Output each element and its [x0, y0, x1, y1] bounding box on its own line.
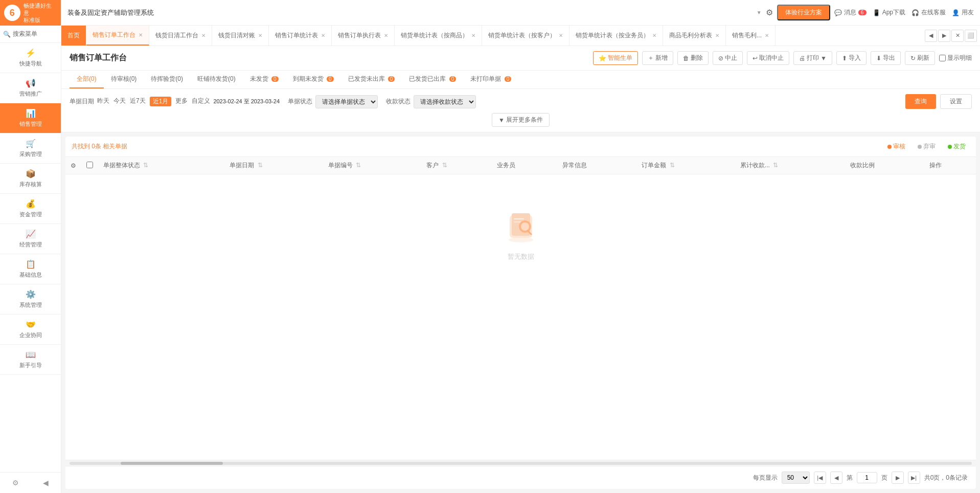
smart-create-button[interactable]: ⭐ 智能生单 — [593, 51, 638, 65]
sub-tab-pending-audit[interactable]: 待审核(0) — [104, 71, 144, 88]
sidebar-item-guide[interactable]: 📖 新手引导 — [0, 345, 61, 375]
delete-button[interactable]: 🗑 删除 — [677, 51, 709, 65]
tab-goods-stats-product[interactable]: 销货单统计表（按商品） ✕ — [395, 26, 482, 46]
sidebar-item-operations[interactable]: 📈 经营管理 — [0, 224, 61, 254]
tab-close-sales-margin[interactable]: ✕ — [765, 33, 769, 38]
export-button[interactable]: ⬇ 导出 — [871, 51, 901, 65]
export-icon: ⬇ — [876, 55, 881, 62]
sub-tab-shipped-out[interactable]: 已发货已出库 0 — [402, 71, 463, 88]
sidebar-item-marketing[interactable]: 📢 营销推广 — [0, 73, 61, 103]
sidebar-item-enterprise[interactable]: 🤝 企业协同 — [0, 315, 61, 345]
add-button[interactable]: ＋ 新增 — [642, 51, 673, 65]
tab-close-order-exec[interactable]: ✕ — [384, 33, 388, 38]
cancel-suspend-button[interactable]: ↩ 取消中止 — [747, 51, 789, 65]
message-button[interactable]: 💬 消息 6 — [834, 8, 867, 17]
tab-next-button[interactable]: ▶ — [938, 30, 950, 42]
next-page-button[interactable]: ▶ — [892, 472, 904, 484]
tab-margin-analysis[interactable]: 商品毛利分析表 ✕ — [663, 26, 726, 46]
tab-close-daily-clear[interactable]: ✕ — [201, 33, 206, 38]
sidebar-search[interactable]: 🔍 搜索菜单 — [0, 26, 61, 43]
sort-icon-doc-status[interactable]: ⇅ — [143, 162, 148, 169]
collapse-icon[interactable]: ◀ — [41, 477, 51, 489]
prev-page-button[interactable]: ◀ — [830, 472, 842, 484]
date-7days[interactable]: 近7天 — [130, 97, 146, 106]
scrollbar-thumb[interactable] — [121, 462, 223, 465]
show-detail-check[interactable] — [939, 55, 946, 61]
date-more[interactable]: 更多 — [175, 97, 188, 106]
table-scroll[interactable]: ⚙ 单据整体状态 ⇅ 单据日期 ⇅ — [65, 157, 976, 460]
last-page-button[interactable]: ▶| — [908, 472, 920, 484]
suspend-button[interactable]: ⊘ 中止 — [713, 51, 743, 65]
sort-icon-number[interactable]: ⇅ — [356, 162, 361, 169]
sidebar-item-basic-info[interactable]: 📋 基础信息 — [0, 254, 61, 284]
expand-filter-button[interactable]: ▼ 展开更多条件 — [492, 113, 550, 127]
sort-icon-payment[interactable]: ⇅ — [773, 162, 778, 169]
sub-tab-all[interactable]: 全部(0) — [70, 71, 104, 88]
tab-close-goods-stats-customer[interactable]: ✕ — [559, 33, 563, 38]
query-button[interactable]: 查询 — [905, 94, 936, 109]
sort-icon-customer[interactable]: ⇅ — [442, 162, 447, 169]
tab-daily-clear[interactable]: 钱货日清工作台 ✕ — [149, 26, 212, 46]
title-dropdown-icon[interactable]: ▼ — [757, 10, 762, 15]
tab-goods-stats-customer[interactable]: 销货单统计表（按客户） ✕ — [482, 26, 569, 46]
tab-close-all-button[interactable]: ✕ — [951, 30, 964, 42]
sidebar-item-inventory[interactable]: 📦 库存核算 — [0, 164, 61, 194]
sub-tab-overdue-unshipped[interactable]: 到期未发货 0 — [286, 71, 341, 88]
filter-row-2: ▼ 展开更多条件 — [70, 113, 972, 127]
tab-reconcile[interactable]: 钱货日清对账 ✕ — [212, 26, 269, 46]
sub-tab-unshipped[interactable]: 未发货 0 — [243, 71, 286, 88]
col-accumulated-payment: 累计收款... ⇅ — [735, 157, 845, 174]
date-today[interactable]: 今天 — [113, 97, 126, 106]
tab-sales-margin[interactable]: 销售毛利... ✕ — [726, 26, 776, 46]
tab-close-margin-analysis[interactable]: ✕ — [715, 33, 719, 38]
page-input[interactable] — [857, 472, 877, 483]
sort-icon-date[interactable]: ⇅ — [258, 162, 263, 169]
refresh-button[interactable]: ↻ 刷新 — [905, 51, 935, 65]
sort-icon-amount[interactable]: ⇅ — [670, 162, 675, 169]
date-custom[interactable]: 自定义 — [192, 97, 210, 106]
tab-home[interactable]: 首页 — [61, 26, 86, 46]
print-button[interactable]: 🖨 打印 ▼ — [793, 51, 832, 65]
tab-close-order-stats[interactable]: ✕ — [321, 33, 325, 38]
industry-button[interactable]: 体验行业方案 — [777, 5, 830, 20]
sub-tab-unprinted[interactable]: 未打印单据 0 — [463, 71, 518, 88]
tab-prev-button[interactable]: ◀ — [925, 30, 937, 42]
tab-close-reconcile[interactable]: ✕ — [258, 33, 262, 38]
sidebar-item-quick-nav[interactable]: ⚡ 快捷导航 — [0, 43, 61, 73]
date-yesterday[interactable]: 昨天 — [97, 97, 109, 106]
app-download-button[interactable]: 📱 App下载 — [873, 8, 905, 17]
sidebar-item-purchase[interactable]: 🛒 采购管理 — [0, 133, 61, 164]
tab-goods-stats-salesman[interactable]: 销货单统计表（按业务员） ✕ — [569, 26, 663, 46]
sidebar-item-finance[interactable]: 💰 资金管理 — [0, 194, 61, 224]
sub-tab-pending-inspect[interactable]: 待挥验货(0) — [144, 71, 190, 88]
column-settings-icon[interactable]: ⚙ — [71, 162, 76, 169]
audit-button[interactable]: 审核 — [883, 141, 909, 152]
tab-order-exec[interactable]: 销售订单执行表 ✕ — [332, 26, 395, 46]
horizontal-scrollbar[interactable] — [65, 460, 976, 466]
sidebar-item-sales[interactable]: 📊 销售管理 — [0, 103, 61, 133]
date-1month[interactable]: 近1月 — [150, 97, 172, 106]
header-settings-icon[interactable]: ⚙ — [766, 8, 773, 17]
tab-close-sales-order[interactable]: ✕ — [139, 32, 143, 38]
tab-maximize-button[interactable]: ⬜ — [965, 30, 977, 42]
cancel-audit-button[interactable]: 弃审 — [914, 141, 940, 152]
per-page-select[interactable]: 50 10 20 100 — [782, 472, 810, 484]
sub-tab-shipped-not-out[interactable]: 已发货未出库 0 — [341, 71, 402, 88]
select-all-checkbox[interactable] — [86, 162, 93, 168]
first-page-button[interactable]: |◀ — [814, 472, 826, 484]
online-service-button[interactable]: 🎧 在线客服 — [911, 8, 946, 17]
tab-close-goods-stats-salesman[interactable]: ✕ — [652, 33, 656, 38]
tab-close-goods-stats-product[interactable]: ✕ — [471, 33, 475, 38]
user-button[interactable]: 👤 用友 — [952, 8, 974, 17]
show-detail-checkbox[interactable]: 显示明细 — [939, 54, 972, 62]
send-goods-button[interactable]: 发货 — [944, 141, 970, 152]
settings-bottom-icon[interactable]: ⚙ — [10, 477, 21, 489]
set-button[interactable]: 设置 — [940, 94, 972, 109]
sub-tab-wangpu-ship[interactable]: 旺铺待发货(0) — [190, 71, 243, 88]
tab-sales-order[interactable]: 销售订单工作台 ✕ — [86, 26, 149, 46]
payment-select[interactable]: 请选择收款状态 — [414, 95, 476, 108]
status-select[interactable]: 请选择单据状态 — [315, 95, 378, 108]
import-button[interactable]: ⬆ 导入 — [836, 51, 867, 65]
tab-order-stats[interactable]: 销售订单统计表 ✕ — [269, 26, 332, 46]
sidebar-item-system[interactable]: ⚙️ 系统管理 — [0, 284, 61, 315]
